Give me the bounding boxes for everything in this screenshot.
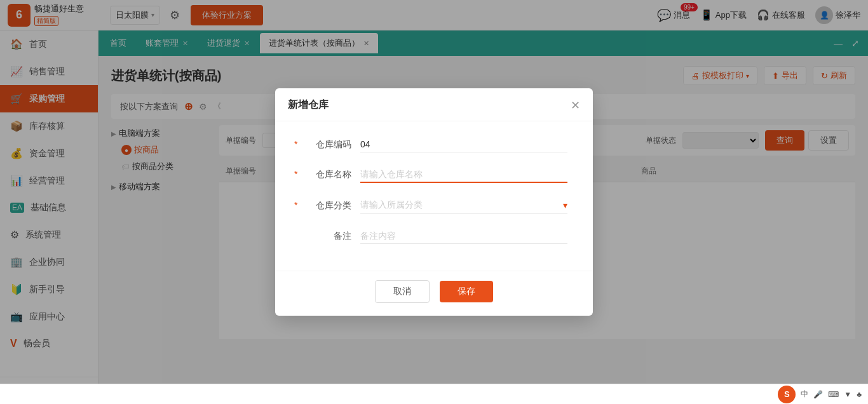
dialog-body: 仓库编码 仓库名称 仓库分类 请输入所属分类 ▾ 备注	[275, 121, 593, 271]
form-row-remark: 备注	[301, 228, 567, 244]
new-warehouse-dialog: 新增仓库 ✕ 仓库编码 仓库名称 仓库分类 请输入所属分类 ▾	[275, 88, 593, 316]
form-row-category: 仓库分类 请输入所属分类 ▾	[301, 197, 567, 214]
statusbar-keyboard[interactable]: ⌨	[828, 390, 839, 399]
warehouse-category-placeholder: 请输入所属分类	[360, 199, 563, 211]
statusbar-zh[interactable]: 中	[801, 389, 808, 400]
status-bar: S 中 🎤 ⌨ ▼ ♣	[0, 384, 868, 404]
modal-overlay[interactable]: 新增仓库 ✕ 仓库编码 仓库名称 仓库分类 请输入所属分类 ▾	[0, 0, 868, 404]
statusbar-settings[interactable]: ▼	[844, 390, 851, 399]
form-row-name: 仓库名称	[301, 166, 567, 183]
dialog-close-icon[interactable]: ✕	[571, 100, 580, 111]
form-row-code: 仓库编码	[301, 137, 567, 152]
warehouse-category-select[interactable]: 请输入所属分类 ▾	[360, 197, 567, 214]
statusbar-logo: S	[778, 386, 796, 403]
form-label-category: 仓库分类	[301, 200, 351, 212]
statusbar-mic[interactable]: 🎤	[813, 390, 823, 399]
dialog-footer: 取消 保存	[275, 271, 593, 316]
form-label-code: 仓库编码	[301, 139, 351, 151]
save-button[interactable]: 保存	[440, 281, 493, 302]
warehouse-name-input[interactable]	[360, 166, 567, 183]
dialog-header: 新增仓库 ✕	[275, 88, 593, 121]
warehouse-code-input[interactable]	[360, 137, 567, 152]
warehouse-remark-input[interactable]	[360, 228, 567, 244]
dialog-title: 新增仓库	[288, 98, 329, 112]
statusbar-more[interactable]: ♣	[857, 390, 862, 399]
cancel-button[interactable]: 取消	[375, 280, 430, 303]
form-label-remark: 备注	[301, 231, 351, 242]
form-label-name: 仓库名称	[301, 169, 351, 180]
category-dropdown-arrow[interactable]: ▾	[563, 200, 567, 210]
